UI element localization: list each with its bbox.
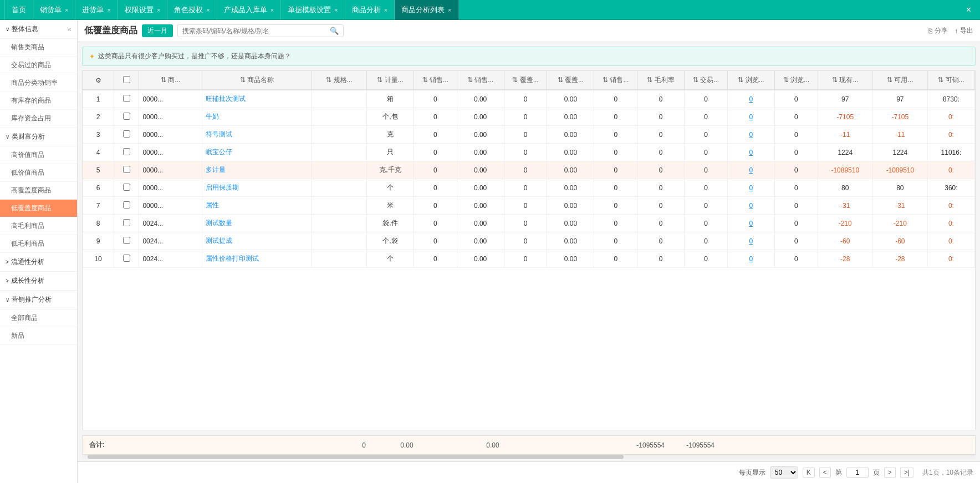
nav-item-products[interactable]: 产成品入库单 × — [217, 0, 281, 20]
first-page-button[interactable]: K — [803, 467, 815, 478]
sidebar-item-all-goods[interactable]: 全部商品 — [0, 309, 77, 327]
row-checkbox[interactable] — [123, 95, 130, 102]
th-settings[interactable]: ⚙ — [83, 71, 114, 90]
window-close-button[interactable]: × — [962, 5, 976, 15]
cell-name[interactable]: 属性价格打印测试 — [202, 250, 312, 268]
cell-check[interactable] — [114, 126, 139, 144]
close-icon[interactable]: × — [65, 7, 68, 13]
cell-check[interactable] — [114, 215, 139, 232]
nav-item-purchase[interactable]: 进货单 × — [75, 0, 118, 20]
settings-icon[interactable]: ⚙ — [95, 77, 101, 84]
cell-check[interactable] — [114, 250, 139, 268]
cell-check[interactable] — [114, 144, 139, 161]
th-curr[interactable]: ⇅ 现有... — [818, 71, 872, 90]
close-icon[interactable]: × — [157, 7, 160, 13]
last-page-button[interactable]: >| — [900, 467, 913, 478]
row-checkbox[interactable] — [123, 184, 130, 191]
th-trans[interactable]: ⇅ 交易... — [685, 71, 728, 90]
horizontal-scrollbar[interactable] — [82, 455, 976, 459]
cell-browse1[interactable]: 0 — [727, 144, 774, 161]
close-icon[interactable]: × — [334, 7, 338, 13]
cell-name[interactable]: 眠宝公仔 — [202, 144, 312, 161]
th-sale-qty[interactable]: ⇅ 销售... — [414, 71, 457, 90]
search-input[interactable] — [182, 27, 330, 35]
cell-check[interactable] — [114, 197, 139, 215]
th-spec[interactable]: ⇅ 规格... — [312, 71, 366, 90]
cell-browse1[interactable]: 0 — [727, 197, 774, 215]
page-number-input[interactable] — [846, 467, 869, 478]
cell-name[interactable]: 启用保质期 — [202, 179, 312, 197]
row-checkbox[interactable] — [123, 148, 130, 155]
sidebar-item-traded-goods[interactable]: 交易过的商品 — [0, 57, 77, 74]
nav-item-analysis-list[interactable]: 商品分析列表 × — [395, 0, 458, 20]
sidebar-item-high-gross[interactable]: 高毛利商品 — [0, 217, 77, 235]
nav-item-home[interactable]: 首页 — [4, 0, 33, 20]
sidebar-item-stocked-goods[interactable]: 有库存的商品 — [0, 92, 77, 110]
share-button[interactable]: ⎘ 分享 — [928, 26, 948, 35]
period-button[interactable]: 近一月 — [142, 24, 173, 37]
select-all-checkbox[interactable] — [123, 76, 130, 83]
cell-name[interactable]: 多计量 — [202, 161, 312, 179]
cell-browse1[interactable]: 0 — [727, 250, 774, 268]
th-cover1[interactable]: ⇅ 覆盖... — [504, 71, 547, 90]
sidebar-section-liquidity[interactable]: > 流通性分析 — [0, 253, 77, 272]
sidebar-item-low-coverage[interactable]: 低覆盖度商品 — [0, 200, 77, 217]
row-checkbox[interactable] — [123, 113, 130, 120]
cell-browse1[interactable]: 0 — [727, 179, 774, 197]
row-checkbox[interactable] — [123, 255, 130, 262]
next-page-button[interactable]: > — [884, 467, 896, 478]
th-cover2[interactable]: ⇅ 覆盖... — [547, 71, 594, 90]
th-sale3[interactable]: ⇅ 销售... — [594, 71, 637, 90]
export-button[interactable]: ↑ 导出 — [955, 26, 973, 35]
sidebar-section-marketing[interactable]: ∨ 营销推广分析 — [0, 291, 77, 309]
row-checkbox[interactable] — [123, 130, 130, 138]
cell-browse1[interactable]: 0 — [727, 90, 774, 108]
th-sellable[interactable]: ⇅ 可销... — [927, 71, 974, 90]
cell-check[interactable] — [114, 232, 139, 250]
collapse-icon[interactable]: « — [68, 25, 72, 33]
cell-check[interactable] — [114, 108, 139, 126]
cell-check[interactable] — [114, 161, 139, 179]
cell-browse1[interactable]: 0 — [727, 215, 774, 232]
row-checkbox[interactable] — [123, 219, 130, 226]
sidebar-item-sales-goods[interactable]: 销售类商品 — [0, 39, 77, 57]
sidebar-item-inventory-capital[interactable]: 库存资金占用 — [0, 110, 77, 128]
th-name[interactable]: ⇅ 商品名称 — [202, 71, 312, 90]
cell-name[interactable]: 测试提成 — [202, 232, 312, 250]
cell-check[interactable] — [114, 179, 139, 197]
cell-name[interactable]: 测试数量 — [202, 215, 312, 232]
search-icon[interactable]: 🔍 — [330, 27, 339, 35]
cell-browse1[interactable]: 0 — [727, 108, 774, 126]
th-unit[interactable]: ⇅ 计量... — [366, 71, 414, 90]
th-gross[interactable]: ⇅ 毛利率 — [637, 71, 685, 90]
nav-item-permissions[interactable]: 权限设置 × — [118, 0, 167, 20]
sidebar-item-low-value[interactable]: 低价值商品 — [0, 164, 77, 182]
close-icon[interactable]: × — [384, 7, 387, 13]
close-icon[interactable]: × — [270, 7, 274, 13]
row-checkbox[interactable] — [123, 237, 130, 244]
sidebar-section-wealth[interactable]: ∨ 类财富分析 — [0, 128, 77, 146]
nav-item-analysis[interactable]: 商品分析 × — [345, 0, 395, 20]
cell-browse1[interactable]: 0 — [727, 232, 774, 250]
sidebar-item-high-coverage[interactable]: 高覆盖度商品 — [0, 182, 77, 200]
cell-name[interactable]: 旺辅批次测试 — [202, 90, 312, 108]
cell-browse1[interactable]: 0 — [727, 126, 774, 144]
th-browse1[interactable]: ⇅ 浏览... — [727, 71, 774, 90]
cell-name[interactable]: 牛奶 — [202, 108, 312, 126]
row-checkbox[interactable] — [123, 201, 130, 209]
sidebar-item-high-value[interactable]: 高价值商品 — [0, 146, 77, 164]
sidebar-section-overall[interactable]: ∨ 整体信息 « — [0, 20, 77, 39]
th-sale-amt[interactable]: ⇅ 销售... — [457, 71, 504, 90]
th-code[interactable]: ⇅ 商... — [139, 71, 202, 90]
close-icon[interactable]: × — [448, 7, 451, 13]
nav-item-templates[interactable]: 单据模板设置 × — [281, 0, 345, 20]
cell-check[interactable] — [114, 90, 139, 108]
per-page-select[interactable]: 50 10 20 100 — [770, 466, 798, 479]
th-browse2[interactable]: ⇅ 浏览... — [774, 71, 818, 90]
nav-item-roles[interactable]: 角色授权 × — [167, 0, 217, 20]
cell-browse1[interactable]: 0 — [727, 161, 774, 179]
scrollbar-thumb[interactable] — [88, 455, 624, 459]
th-avail[interactable]: ⇅ 可用... — [872, 71, 927, 90]
prev-page-button[interactable]: < — [819, 467, 831, 478]
close-icon[interactable]: × — [107, 7, 110, 13]
